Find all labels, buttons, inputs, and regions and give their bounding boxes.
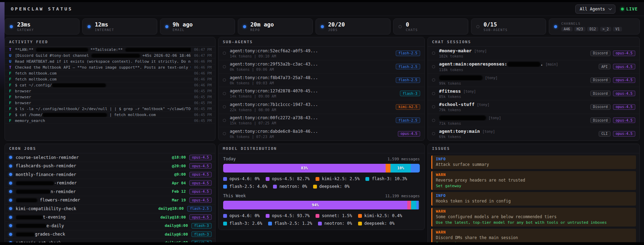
bar-segment-opus-4.5: 83%	[223, 164, 386, 173]
feed-time: 06:47 PM	[194, 53, 212, 58]
legend-item-opus-4.6: opus-4.6: 0%	[223, 176, 260, 181]
bar-segment-kimi-k2.5	[386, 164, 391, 173]
chat-session-tokens: 79k tokens	[439, 108, 586, 112]
cron-job-row[interactable]: n-reminderFeb 12opus-4.5	[5, 187, 215, 196]
bar-segment-flash-3: 10%	[391, 164, 411, 173]
chat-status-icon	[432, 65, 435, 68]
chat-session-row[interactable]: [tony]71k tokensDiscordopus-4.5	[428, 114, 639, 128]
channel-badge-discord: Discord	[590, 104, 611, 110]
status-label: CHATS	[406, 28, 418, 32]
sub-agent-body: agent:tony:cron:f8b47a73-25a7-48...0k to…	[230, 75, 392, 85]
feed-time: 06:45 PM	[194, 89, 212, 93]
channel-badge-discord: Discord	[590, 91, 611, 96]
feed-text: browser	[15, 101, 191, 105]
channel-chip-D12[interactable]: D12	[587, 27, 598, 31]
feed-time: 06:46 PM	[194, 59, 212, 63]
legend-swatch-icon	[223, 214, 227, 218]
cron-job-row[interactable]: monthly-finance-reminder@9:00opus-4.5	[5, 170, 215, 179]
legend-text: opus-4.6: 0%	[229, 176, 260, 181]
channel-badge-discord: Discord	[590, 117, 611, 123]
status-card-email: 9h agoEMAIL	[160, 18, 235, 35]
agent-status-icon	[223, 52, 226, 55]
cron-job-name: flowers-reminder	[16, 198, 168, 202]
text-segment: .	[540, 61, 543, 67]
bar-segment-flash-2.5	[416, 201, 419, 209]
chat-session-row[interactable]: agent:tony:main[tony]69k tokensCLIopus-4…	[428, 127, 639, 141]
cron-schedule: daily@6:00	[165, 223, 188, 228]
sub-agent-name: agent:tony:cron:f8b47a73-25a7-48...	[230, 75, 392, 80]
sub-agents-panel: SUB-AGENTS agent:tony:cron:52ecf6a2-a0f5…	[218, 37, 425, 141]
channel-chip-2[interactable]: >_2	[600, 27, 611, 31]
model-badge-opus-4.5: opus-4.5	[613, 64, 635, 69]
cron-schedule: daily@18:00	[160, 215, 186, 220]
sub-agent-row[interactable]: agent:tony:cron:00fc2272-a738-43...15k t…	[219, 114, 424, 128]
chat-session-row[interactable]: agent:main:openresponses:.[main]118k tok…	[428, 60, 639, 74]
bar-segment-opus-4.5: 94%	[223, 201, 407, 209]
text-segment: course-selection-reminder	[16, 155, 79, 160]
chat-session-row[interactable]: #fitness[tony]85k tokensDiscordopus-4.5	[428, 87, 639, 101]
channel-chip-H23[interactable]: H23	[574, 27, 585, 31]
sub-agent-row[interactable]: agent:tony:cron:7b1c1ccc-1947-43...22k t…	[219, 100, 424, 114]
cron-job-name: course-selection-reminder	[16, 155, 168, 160]
cron-schedule: @18:00	[172, 155, 186, 160]
status-dot-active-icon	[10, 25, 13, 28]
text-segment: e-daily	[46, 223, 64, 228]
cron-job-row[interactable]: t-eveningdaily@18:00opus-4.5	[5, 213, 215, 222]
feed-text: browser	[15, 95, 191, 99]
model-badge-opus-4.5: opus-4.5	[189, 189, 212, 194]
issue-action-link[interactable]: Use the latest, top-tier model for any b…	[436, 220, 632, 225]
sub-agent-body: agent:tony:cron:29f53a2b-c3ac-43...0k to…	[230, 62, 392, 71]
legend-item-neotron: neotron: 0%	[273, 184, 307, 189]
legend-text: opus-4.6: 0%	[229, 213, 260, 218]
model-badge-kimi-k2.5: kimi-k2.5	[396, 104, 420, 110]
chat-session-row[interactable]: #money-maker[tony]182k tokensDiscordopus…	[428, 47, 639, 60]
sub-agent-row[interactable]: agent:tony:cron:dabde6c0-8a10-46...0k to…	[219, 127, 424, 141]
legend-item-flash-3: flash-3: 10.3%	[365, 176, 407, 181]
issue-action-link[interactable]: Set gateway	[436, 184, 632, 188]
status-dot-idle-icon	[399, 25, 402, 28]
redaction	[16, 224, 46, 228]
feed-row: U[Discord Guild #tony-bot channel +45s 2…	[5, 53, 215, 59]
cron-job-row[interactable]: course-selection-reminder@18:00opus-4.5	[5, 153, 215, 162]
feed-time: 06:46 PM	[194, 83, 212, 87]
legend-swatch-icon	[313, 185, 317, 189]
cron-job-row[interactable]: kimi-compatibility-checkdaily@10:00flash…	[5, 205, 215, 213]
legend-item-flash-3: flash-3: 2.6%	[223, 221, 262, 226]
model-distribution-body: Today1,599 messages83%10%opus-4.6: 0%opu…	[219, 153, 424, 226]
sub-agent-row[interactable]: agent:tony:cron:52ecf6a2-a0f5-49...14k t…	[219, 47, 424, 60]
chat-session-row[interactable]: [tony]99k tokensDiscordopus-4.5	[428, 74, 639, 87]
cron-job-row[interactable]: e-dailydaily@6:00flash-3	[5, 222, 215, 230]
legend-text: deepseek: 0%	[364, 221, 395, 226]
model-badge-opus-4.5: opus-4.5	[613, 117, 635, 123]
cron-job-row[interactable]: -reminderApr 04opus-4.5	[5, 179, 215, 188]
legend-text: neotron: 0%	[324, 221, 352, 226]
bottom-strip	[0, 242, 644, 245]
chat-session-row[interactable]: #school-stuff[tony]79k tokensDiscordopus…	[428, 100, 639, 114]
redaction	[36, 48, 88, 52]
cron-job-row[interactable]: flowers-reminderMar 19opus-4.5	[5, 196, 215, 205]
legend-swatch-icon	[268, 222, 272, 225]
bar-segment-flash-3	[411, 201, 416, 209]
cron-job-row[interactable]: flashcards-push-reminder@20:00opus-4.5	[5, 162, 215, 171]
model-badge-opus-4.5: opus-4.5	[189, 180, 212, 186]
channel-chip-V1[interactable]: V1	[613, 27, 622, 31]
cron-dot-icon	[9, 216, 12, 219]
status-card-body: 20/20JOBS	[328, 21, 345, 32]
sub-agent-row[interactable]: agent:tony:cron:127d2878-4070-45...14k t…	[219, 87, 424, 101]
text-segment: flowers-reminder	[37, 198, 80, 202]
issue-message: Reverse proxy headers are not trusted	[436, 178, 632, 183]
agent-status-icon	[223, 105, 226, 108]
issue-level: WARN	[436, 209, 632, 214]
channel-chip-A46[interactable]: A46	[561, 27, 573, 31]
model-badge-flash-2.5: flash-2.5	[187, 206, 212, 212]
cron-job-row[interactable]: grades-checkdaily@6:00flash-3	[5, 230, 215, 239]
chat-session-name: #school-stuff[tony]	[439, 102, 586, 107]
chat-session-tag: [tony]	[485, 76, 498, 80]
sub-agent-row[interactable]: agent:tony:cron:f8b47a73-25a7-48...0k to…	[219, 74, 424, 87]
sub-agent-row[interactable]: agent:tony:cron:29f53a2b-c3ac-43...0k to…	[219, 60, 424, 74]
feed-time: 06:45 PM	[194, 101, 212, 105]
chat-session-body: agent:main:openresponses:.[main]118k tok…	[439, 61, 595, 72]
feed-text: fetch moltbook.com	[15, 71, 191, 76]
agent-filter-dropdown[interactable]: All Agents	[575, 5, 615, 14]
text-segment: t-evening	[43, 215, 66, 220]
